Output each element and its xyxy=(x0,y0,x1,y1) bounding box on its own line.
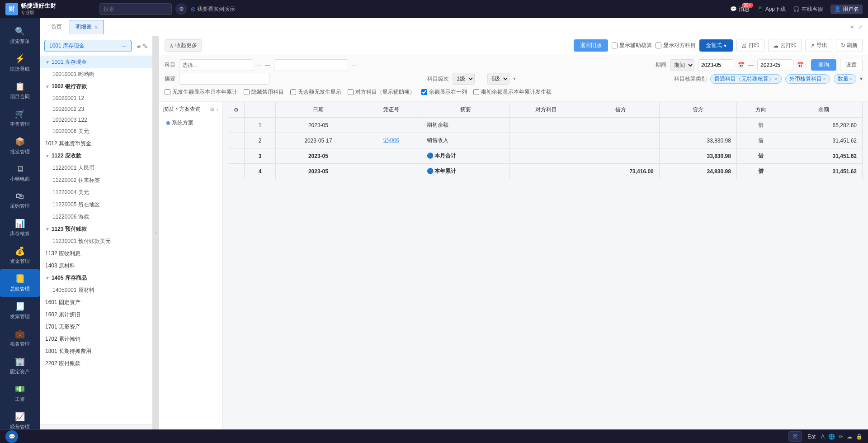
sidebar-item-ecommerce[interactable]: 🖥 小畅电商 xyxy=(0,160,40,187)
account-item-11220004[interactable]: 11220004 美元 xyxy=(40,186,152,199)
tag-close-icon[interactable]: × xyxy=(823,76,826,81)
globe-icon[interactable]: 🌐 xyxy=(828,433,835,440)
accounts-scrollbar[interactable] xyxy=(40,424,152,429)
export-btn[interactable]: ↗ 导出 xyxy=(805,39,832,52)
account-item-11220001[interactable]: 11220001 人民币 xyxy=(40,162,152,174)
account-item-11230001[interactable]: 11230001 预付账款美元 xyxy=(40,235,152,248)
period-icon[interactable]: 📅 xyxy=(738,62,745,68)
lang-switch-btn[interactable]: 英 xyxy=(788,431,802,442)
edit-view-icon[interactable]: ✎ xyxy=(142,43,148,50)
account-item-11220006[interactable]: 11220006 游戏 xyxy=(40,211,152,223)
period-end-input[interactable] xyxy=(757,59,793,71)
sidebar-item-project[interactable]: 📋 项目合同 xyxy=(0,77,40,105)
account-item-1403[interactable]: 1403 原材料 xyxy=(40,260,152,272)
lock-icon[interactable]: 🔒 xyxy=(856,433,863,440)
tag-close-icon[interactable]: × xyxy=(849,76,852,81)
cloud-status-icon[interactable]: ☁ xyxy=(847,433,852,440)
scheme-item-system[interactable]: 系统方案 xyxy=(163,117,218,129)
amount-format-btn[interactable]: 金额式 ▾ xyxy=(699,39,733,52)
subject-input[interactable] xyxy=(179,59,253,71)
cell-voucher[interactable]: 记-006 xyxy=(361,133,421,148)
sidebar-item-assets[interactable]: 🏢 固定资产 xyxy=(0,352,40,380)
messages-btn[interactable]: 💬 消息 99+ xyxy=(730,5,750,13)
show-ytd-cb[interactable]: 期初余额显示本年累计发生额 xyxy=(473,88,552,96)
refresh-btn[interactable]: ↻ 刷新 xyxy=(836,39,863,52)
filter-tag-foreign[interactable]: 外币核算科目 × xyxy=(785,74,830,84)
app-download-btn[interactable]: 📱 App下载 xyxy=(757,5,786,13)
account-item-1002[interactable]: ▼ 1002 银行存款 xyxy=(40,81,152,93)
account-item-1123[interactable]: ▼ 1123 预付账款 xyxy=(40,223,152,235)
level-start-select[interactable]: 1级 xyxy=(453,73,475,85)
account-item-1132[interactable]: 1132 应收利息 xyxy=(40,248,152,260)
account-item-2202[interactable]: 2202 应付账款 xyxy=(40,357,152,370)
sidebar-item-tax[interactable]: 💼 税务管理 xyxy=(0,324,40,352)
account-item-10010001[interactable]: 10010001 哟哟哟 xyxy=(40,68,152,81)
voucher-link[interactable]: 记-006 xyxy=(383,137,399,143)
subject-input-end[interactable] xyxy=(274,59,348,71)
sidebar-item-management[interactable]: 📈 经营管理 xyxy=(0,407,40,429)
account-item-1801[interactable]: 1801 长期待摊费用 xyxy=(40,345,152,357)
account-item-1122[interactable]: ▼ 1122 应收款 xyxy=(40,150,152,162)
summary-input[interactable] xyxy=(179,73,269,85)
sidebar-item-purchase[interactable]: 🛍 采购管理 xyxy=(0,187,40,214)
account-item-1012[interactable]: 1012 其他货币资金 xyxy=(40,138,152,150)
account-item-1405[interactable]: ▼ 1405 库存商品 xyxy=(40,272,152,284)
filter-tag-normal[interactable]: 普通科目（无特殊核算） × xyxy=(710,74,782,84)
show-auxiliary-checkbox[interactable]: 显示辅助核算 xyxy=(612,42,652,49)
account-item-1701[interactable]: 1701 无形资产 xyxy=(40,321,152,333)
show-counter-cb[interactable]: 对方科目（显示辅助项） xyxy=(348,88,415,96)
cloud-print-btn[interactable]: ☁ 云打印 xyxy=(768,39,802,52)
tab-home[interactable]: 首页 xyxy=(45,20,68,34)
account-item-10020001[interactable]: 10020001 12 xyxy=(40,93,152,104)
demo-link[interactable]: ◎ 我要看实例演示 xyxy=(191,5,235,13)
search-input[interactable] xyxy=(99,3,172,15)
online-service-btn[interactable]: 🎧 在线客服 xyxy=(793,5,823,13)
account-item-11220002[interactable]: 11220002 往来标签 xyxy=(40,174,152,186)
sidebar-item-invoice[interactable]: 🧾 发票管理 xyxy=(0,297,40,324)
sidebar-item-retail[interactable]: 🛒 零售管理 xyxy=(0,105,40,132)
tab-close-all-icon[interactable]: ✕ xyxy=(850,24,854,30)
print-btn[interactable]: 🖨 打印 xyxy=(736,39,764,52)
settings-btn[interactable]: ⚙ xyxy=(175,3,187,15)
sidebar-item-search[interactable]: 🔍 搜索菜单 xyxy=(0,22,40,49)
sidebar-item-nav[interactable]: ⚡ 快捷导航 xyxy=(0,49,40,77)
user-menu-btn[interactable]: 👤 用户名 xyxy=(830,5,863,14)
sidebar-item-ledger[interactable]: 📒 总账管理 xyxy=(0,269,40,297)
account-item-10020003[interactable]: 10020003 122 xyxy=(40,114,152,125)
query-btn[interactable]: 查询 xyxy=(811,59,836,71)
account-item-1001[interactable]: ▼ 1001 库存现金 xyxy=(40,56,152,68)
sidebar-item-finance[interactable]: 💰 资金管理 xyxy=(0,242,40,269)
account-item-1702[interactable]: 1702 累计摊销 xyxy=(40,333,152,345)
sidebar-item-salary[interactable]: 💵 工资 xyxy=(0,380,40,407)
period-start-input[interactable] xyxy=(698,59,734,71)
account-item-14050001[interactable]: 14050001 原材料 xyxy=(40,284,152,296)
panel-splitter[interactable]: ‹ xyxy=(153,36,159,429)
quantity-dropdown-icon[interactable]: ▾ xyxy=(860,76,863,82)
sidebar-item-inventory[interactable]: 📊 库存核算 xyxy=(0,214,40,242)
set-btn[interactable]: 设置 xyxy=(840,59,863,71)
hide-disabled-cb[interactable]: 隐藏禁用科目 xyxy=(244,88,284,96)
collapse-more-btn[interactable]: ∧ 收起更多 xyxy=(165,39,202,52)
balance-one-col-cb[interactable]: 余额显示在一列 xyxy=(421,88,467,96)
sidebar-item-wholesale[interactable]: 📦 批发管理 xyxy=(0,132,40,160)
selected-account[interactable]: 1001 库存现金 → xyxy=(44,40,132,52)
no-balance-cb[interactable]: 无余额无发生显示 xyxy=(290,88,341,96)
chat-btn[interactable]: 💬 xyxy=(5,430,18,443)
filter-tag-quantity[interactable]: 数量 × xyxy=(834,74,856,84)
period-type-select[interactable]: 期间 xyxy=(670,59,694,71)
back-to-old-btn[interactable]: 退回旧版 xyxy=(574,39,608,52)
account-item-10020002[interactable]: 10020002 23 xyxy=(40,104,152,114)
list-view-icon[interactable]: ≡ xyxy=(137,43,141,50)
show-counter-checkbox[interactable]: 显示对方科目 xyxy=(656,42,696,49)
account-item-1602[interactable]: 1602 累计折旧 xyxy=(40,309,152,321)
tab-close-icon[interactable]: × xyxy=(94,24,98,31)
tab-ledger[interactable]: 明细账 × xyxy=(70,20,104,34)
account-item-11220005[interactable]: 11220005 所在地区 xyxy=(40,199,152,211)
tab-maximize-icon[interactable]: ⤢ xyxy=(858,24,863,30)
text-icon[interactable]: A xyxy=(821,433,825,440)
pen-icon[interactable]: ✏ xyxy=(839,433,843,440)
period-end-icon[interactable]: 📅 xyxy=(797,62,804,68)
account-item-1601[interactable]: 1601 固定资产 xyxy=(40,296,152,309)
account-item-10020006[interactable]: 10020006 美元 xyxy=(40,125,152,138)
col-settings[interactable]: ⚙ xyxy=(228,102,245,118)
